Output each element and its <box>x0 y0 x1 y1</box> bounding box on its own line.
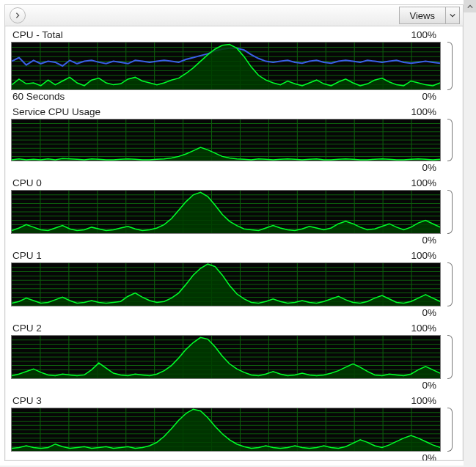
chart-y-min-label: 0% <box>422 307 436 318</box>
chart-cpu-0: CPU 0100%0% <box>11 177 457 246</box>
chart-y-max-label: 100% <box>411 395 436 406</box>
chart-y-max-label: 100% <box>411 29 436 40</box>
chart-y-max-label: 100% <box>411 323 436 334</box>
chart-title: CPU 2 <box>12 323 42 334</box>
chart-y-max-label: 100% <box>411 106 436 117</box>
chart-service-cpu-usage: Service CPU Usage100%0% <box>11 106 457 173</box>
axis-bracket <box>445 190 457 234</box>
chart-title: CPU 3 <box>12 395 42 406</box>
chart-y-min-label: 0% <box>422 235 436 246</box>
chart-title: CPU 0 <box>12 177 42 188</box>
axis-bracket <box>445 119 457 161</box>
chart-title: Service CPU Usage <box>12 106 100 117</box>
vertical-scrollbar[interactable] <box>464 0 476 467</box>
chart-cpu-1: CPU 1100%0% <box>11 250 457 318</box>
chart-canvas[interactable] <box>11 119 441 161</box>
chart-y-min-label: 0% <box>422 380 436 391</box>
chart-canvas[interactable] <box>11 408 441 452</box>
chart-cpu-total: CPU - Total100%60 Seconds0% <box>11 29 457 102</box>
axis-bracket <box>445 335 457 379</box>
chart-cpu-3: CPU 3100%0% <box>11 395 457 461</box>
chevron-right-icon <box>15 12 21 18</box>
chevron-down-icon <box>450 12 455 18</box>
axis-bracket <box>445 42 457 90</box>
chart-x-label: 60 Seconds <box>12 91 65 102</box>
chart-y-min-label: 0% <box>422 452 436 461</box>
chart-y-max-label: 100% <box>411 250 436 261</box>
chart-canvas[interactable] <box>11 190 441 234</box>
axis-bracket <box>445 408 457 452</box>
views-button[interactable]: Views <box>399 7 460 24</box>
scroll-up-button[interactable] <box>464 0 476 12</box>
chart-canvas[interactable] <box>11 335 441 379</box>
views-dropdown-arrow[interactable] <box>445 7 459 23</box>
views-label: Views <box>400 7 445 23</box>
toolbar: Views <box>5 5 463 26</box>
resource-monitor-panel: Views CPU - Total100%60 Seconds0%Service… <box>4 4 464 461</box>
chart-y-min-label: 0% <box>422 91 436 102</box>
chart-y-max-label: 100% <box>411 177 436 188</box>
chevron-up-icon <box>467 4 473 10</box>
expand-button[interactable] <box>10 7 26 23</box>
axis-bracket <box>445 262 457 306</box>
chart-canvas[interactable] <box>11 262 441 306</box>
chart-title: CPU 1 <box>12 250 42 261</box>
chart-cpu-2: CPU 2100%0% <box>11 323 457 391</box>
chart-y-min-label: 0% <box>422 162 436 173</box>
chart-canvas[interactable] <box>11 42 441 90</box>
chart-title: CPU - Total <box>12 29 63 40</box>
charts-container: CPU - Total100%60 Seconds0%Service CPU U… <box>5 26 463 461</box>
